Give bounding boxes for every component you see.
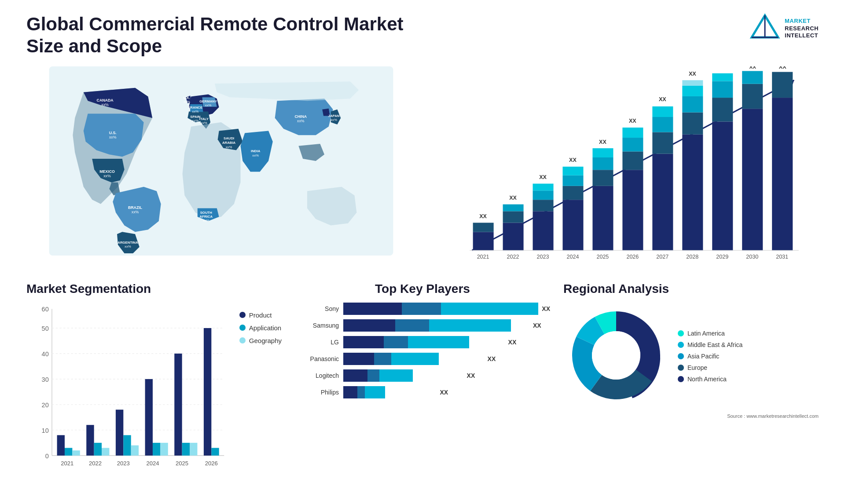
legend-product: Product — [239, 311, 282, 319]
svg-text:U.K.: U.K. — [184, 96, 191, 100]
player-bar-inner — [343, 353, 484, 365]
svg-text:XX: XX — [479, 213, 487, 219]
player-name: Logitech — [295, 372, 339, 379]
player-row: LG XX — [295, 336, 550, 348]
legend-geography: Geography — [239, 337, 282, 344]
player-name: LG — [295, 339, 339, 346]
svg-rect-127 — [153, 443, 160, 456]
player-bar-container: XX — [343, 386, 550, 398]
player-bar-seg1 — [343, 303, 402, 315]
svg-rect-48 — [533, 183, 554, 190]
svg-text:xx%: xx% — [184, 100, 190, 104]
svg-text:2026: 2026 — [205, 460, 218, 466]
reg-legend-mea: Middle East & Africa — [678, 341, 742, 348]
legend-dot-geography — [239, 337, 246, 343]
svg-text:XX: XX — [599, 139, 606, 145]
svg-rect-76 — [712, 121, 733, 250]
svg-text:2025: 2025 — [596, 254, 609, 260]
svg-rect-47 — [533, 190, 554, 200]
player-row: Samsung XX — [295, 319, 550, 332]
svg-text:XX: XX — [509, 195, 517, 201]
svg-text:XX: XX — [659, 96, 666, 102]
svg-rect-116 — [72, 450, 80, 456]
svg-rect-82 — [742, 71, 763, 84]
world-map: CANADA xx% U.S. xx% MEXICO xx% BRAZIL xx… — [26, 66, 416, 256]
player-name: Samsung — [295, 322, 339, 329]
reg-legend-apac: Asia Pacific — [678, 353, 742, 360]
player-bar-seg1 — [343, 369, 367, 382]
svg-text:30: 30 — [42, 376, 49, 383]
legend-dot-application — [239, 325, 246, 331]
svg-text:INDIA: INDIA — [251, 149, 261, 153]
header: Global Commercial Remote Control Market … — [26, 13, 819, 58]
svg-text:2031: 2031 — [776, 254, 788, 260]
svg-text:10: 10 — [42, 427, 49, 434]
reg-label-latin-america: Latin America — [687, 330, 725, 337]
svg-text:XX: XX — [539, 174, 547, 180]
player-bar-container: XX — [343, 319, 550, 332]
svg-rect-56 — [592, 170, 613, 186]
svg-text:GERMANY: GERMANY — [199, 99, 217, 103]
svg-text:SOUTH: SOUTH — [200, 211, 213, 215]
svg-text:xx%: xx% — [331, 118, 337, 122]
reg-label-europe: Europe — [687, 364, 707, 371]
svg-text:ITALY: ITALY — [199, 117, 209, 121]
svg-rect-62 — [622, 138, 643, 151]
svg-rect-128 — [160, 443, 168, 456]
svg-text:XX: XX — [689, 71, 696, 77]
reg-legend-north-america: North America — [678, 376, 742, 383]
player-bar-inner — [343, 303, 538, 315]
donut-container: Latin America Middle East & Africa Asia … — [563, 303, 819, 410]
svg-text:50: 50 — [42, 325, 49, 332]
svg-rect-118 — [86, 425, 94, 456]
svg-rect-80 — [742, 109, 763, 250]
svg-text:FRANCE: FRANCE — [188, 106, 203, 110]
svg-text:2028: 2028 — [686, 254, 698, 260]
svg-text:SAUDI: SAUDI — [224, 136, 234, 140]
players-title: Top Key Players — [295, 282, 550, 296]
svg-text:2021: 2021 — [477, 254, 489, 260]
svg-rect-70 — [682, 135, 703, 250]
svg-rect-123 — [123, 435, 131, 455]
svg-text:XX: XX — [779, 66, 786, 70]
player-value: XX — [488, 355, 496, 362]
reg-label-north-america: North America — [687, 376, 727, 383]
svg-text:JAPAN: JAPAN — [328, 114, 340, 118]
svg-text:AFRICA: AFRICA — [200, 215, 213, 219]
svg-text:2029: 2029 — [716, 254, 728, 260]
svg-rect-78 — [712, 81, 733, 98]
svg-rect-115 — [65, 448, 72, 455]
logo-icon — [749, 13, 780, 44]
player-bar-inner — [343, 386, 437, 398]
svg-text:xx%: xx% — [192, 109, 198, 113]
svg-rect-41 — [503, 223, 524, 250]
svg-text:2027: 2027 — [656, 254, 669, 260]
player-value: XX — [542, 305, 550, 312]
svg-rect-81 — [742, 84, 763, 109]
regional-title: Regional Analysis — [563, 282, 819, 296]
player-bar-container: XX — [343, 353, 550, 365]
player-bar-seg2 — [357, 386, 365, 398]
svg-rect-60 — [622, 170, 643, 250]
svg-rect-124 — [131, 445, 139, 455]
player-bar-seg1 — [343, 336, 384, 348]
bar-chart-svg: XX XX XX XX — [429, 66, 819, 269]
svg-text:2025: 2025 — [176, 460, 188, 466]
svg-rect-77 — [712, 98, 733, 121]
player-bar-seg3 — [408, 336, 469, 348]
player-bar-seg3 — [441, 303, 539, 315]
player-row: Philips XX — [295, 386, 550, 398]
svg-text:xx%: xx% — [132, 210, 139, 214]
svg-point-138 — [592, 331, 640, 380]
svg-text:xx%: xx% — [192, 119, 198, 123]
legend-label-geography: Geography — [249, 337, 282, 344]
svg-rect-114 — [57, 435, 65, 455]
player-row: Logitech XX — [295, 369, 550, 382]
segmentation-chart-svg: 0 10 20 30 40 50 60 — [26, 303, 231, 481]
svg-rect-42 — [503, 211, 524, 223]
reg-dot-latin-america — [678, 330, 684, 336]
svg-text:0: 0 — [45, 452, 49, 459]
logo-text: MARKET RESEARCH INTELLECT — [785, 18, 819, 40]
player-bar-container: XX — [343, 336, 550, 348]
page-title: Global Commercial Remote Control Market … — [26, 13, 422, 58]
